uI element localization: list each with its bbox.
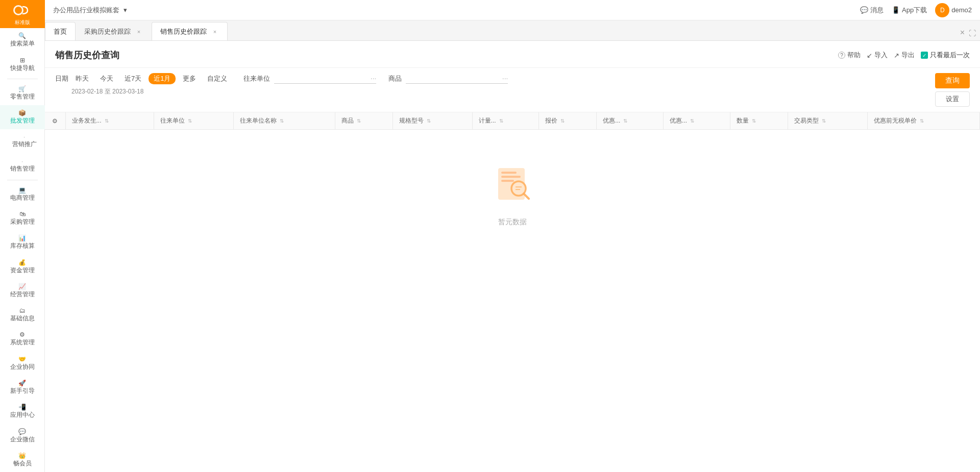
retail-icon: 🛒 [18,85,26,92]
wholesale-icon: 📦 [18,109,26,116]
sidebar-item-search[interactable]: 🔍 搜索菜单 [0,28,45,52]
logo-icon [13,3,32,18]
sidebar-label-ecommerce: 电商管理 [10,194,35,202]
sort-goods-icon: ⇅ [357,118,361,124]
ecommerce-icon: 💻 [18,186,26,194]
date-btn-last7days[interactable]: 近7天 [120,73,145,84]
sidebar-item-base[interactable]: 🗂 基础信息 [0,303,45,327]
sidebar-item-shortcuts[interactable]: ⊞ 快捷导航 [0,52,45,76]
message-btn[interactable]: 💬 消息 [860,6,884,15]
partner-dots[interactable]: ··· [371,74,377,82]
sort-quantity-icon: ⇅ [752,118,756,124]
filter-bar: 日期 昨天 今天 近7天 近1月 更多 自定义 2023-02-18 至 202… [45,68,980,112]
tab-home-label: 首页 [54,27,67,36]
sidebar-item-purchase[interactable]: 🛍 采购管理 [0,206,45,230]
date-btn-last1month[interactable]: 近1月 [149,73,176,84]
sidebar-label-retail: 零售管理 [10,92,35,101]
col-pre-tax-price-label: 优惠前无税单价 [874,116,917,125]
sidebar-item-ecommerce[interactable]: 💻 电商管理 [0,182,45,206]
col-quantity-label: 数量 [737,116,749,125]
tab-sales-history[interactable]: 销售历史价跟踪 × [152,22,228,40]
app-center-icon: 📲 [18,404,26,411]
col-quoted-price-label: 报价 [545,116,557,125]
tab-bar-fullscreen-icon[interactable]: ⛶ [969,29,976,40]
sidebar-item-marketing[interactable]: · 营销推广 [0,129,45,153]
col-discount2[interactable]: 优惠... ⇅ [664,112,730,130]
topbar-dropdown-btn[interactable]: ▾ [124,6,127,14]
tab-home[interactable]: 首页 [45,22,76,40]
col-spec[interactable]: 规格型号 ⇅ [393,112,472,130]
sidebar-label-operation: 经营管理 [10,290,35,299]
gear-icon[interactable]: ⚙ [52,117,58,125]
help-btn[interactable]: ? 帮助 [838,51,861,60]
sidebar-item-guide[interactable]: 🚀 新手引导 [0,375,45,399]
col-partner-code-label: 往来单位 [160,116,185,125]
col-quoted-price[interactable]: 报价 ⇅ [539,112,597,130]
import-label: 导入 [874,51,888,60]
only-last-checkbox-label[interactable]: ✓ 只看最后一次 [921,51,970,60]
col-trade-type[interactable]: 交易类型 ⇅ [788,112,867,130]
sidebar-item-system[interactable]: ⚙ 系统管理 [0,327,45,351]
col-biz-date[interactable]: 业务发生... ⇅ [65,112,154,130]
user-btn[interactable]: D demo2 [935,3,972,17]
sidebar-item-app-center[interactable]: 📲 应用中心 [0,399,45,423]
date-btn-today[interactable]: 今天 [96,73,117,84]
sidebar-item-sales-mgmt[interactable]: · 销售管理 [0,153,45,177]
partner-input-wrapper: ··· [274,73,376,84]
sales-icon: · [21,158,23,164]
app-download-btn[interactable]: 📱 App下载 [892,6,927,15]
sidebar-item-enterprise[interactable]: 🤝 企业协同 [0,351,45,375]
tab-purchase-history-close[interactable]: × [135,28,143,36]
import-icon: ↙ [867,52,872,59]
sort-discount2-icon: ⇅ [690,118,694,124]
col-partner-name[interactable]: 往来单位名称 ⇅ [234,112,335,130]
app-logo: 标准版 [0,0,45,28]
sidebar-item-retail[interactable]: 🛒 零售管理 [0,81,45,105]
partner-input[interactable] [274,75,370,82]
query-button[interactable]: 查询 [935,73,970,88]
export-icon: ↗ [894,52,899,59]
col-quantity[interactable]: 数量 ⇅ [730,112,788,130]
sidebar-item-operation[interactable]: 📈 经营管理 [0,279,45,303]
col-unit-label: 计量... [479,116,496,125]
col-discount1[interactable]: 优惠... ⇅ [597,112,664,130]
sidebar-item-finance[interactable]: 💰 资金管理 [0,255,45,279]
sidebar-item-member[interactable]: 👑 畅会员 [0,448,45,472]
settings-button[interactable]: 设置 [935,91,970,107]
only-last-text: 只看最后一次 [930,51,970,60]
sidebar-label-marketing: 营销推广 [12,140,37,149]
goods-input[interactable] [406,75,502,82]
date-btn-more[interactable]: 更多 [179,73,200,84]
svg-rect-5 [501,180,514,182]
sort-spec-icon: ⇅ [427,118,431,124]
sidebar-label-wholesale: 批发管理 [10,116,35,125]
goods-input-wrapper: ··· [406,73,508,84]
empty-icon [487,160,538,211]
tab-bar-close-icon[interactable]: × [960,28,965,40]
date-filter-row: 日期 昨天 今天 近7天 近1月 更多 自定义 [55,73,231,84]
col-unit[interactable]: 计量... ⇅ [472,112,539,130]
date-range-text: 2023-02-18 至 2023-03-18 [55,87,231,96]
action-buttons-group: 查询 设置 [935,73,970,107]
col-pre-tax-price[interactable]: 优惠前无税单价 ⇅ [867,112,979,130]
import-btn[interactable]: ↙ 导入 [867,51,888,60]
date-btn-yesterday[interactable]: 昨天 [71,73,93,84]
tab-purchase-history[interactable]: 采购历史价跟踪 × [76,22,152,40]
col-settings[interactable]: ⚙ [45,112,65,130]
goods-dots[interactable]: ··· [502,74,508,82]
col-goods[interactable]: 商品 ⇅ [335,112,393,130]
sidebar-item-corp-wechat[interactable]: 💬 企业微信 [0,423,45,447]
export-btn[interactable]: ↗ 导出 [894,51,915,60]
sidebar-item-inventory[interactable]: 📊 库存核算 [0,230,45,254]
topbar-title: 办公用品行业模拟账套 [53,6,119,15]
sidebar-item-wholesale[interactable]: 📦 批发管理 [0,105,45,129]
date-btn-custom[interactable]: 自定义 [203,73,231,84]
app-subtitle: 标准版 [15,19,30,26]
col-partner-code[interactable]: 往来单位 ⇅ [154,112,234,130]
empty-state: 暂元数据 [45,130,980,257]
col-discount2-label: 优惠... [670,116,687,125]
tab-sales-history-close[interactable]: × [211,28,219,36]
sidebar-divider-1 [7,79,38,79]
only-last-checkbox[interactable]: ✓ [921,52,928,59]
search-icon: 🔍 [18,32,26,39]
